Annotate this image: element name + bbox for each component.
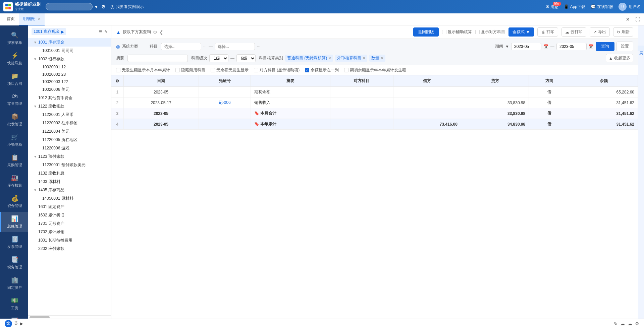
settings-icon[interactable]: ⚙ bbox=[101, 4, 106, 9]
tree-item-10020006[interactable]: 10020006 美元 bbox=[28, 85, 111, 94]
online-service-btn[interactable]: 💬 在线客服 bbox=[591, 4, 613, 10]
refresh-btn[interactable]: ↻ 刷新 bbox=[613, 27, 633, 37]
translate-btn[interactable]: 文 bbox=[5, 320, 12, 327]
sidebar-item-inventory[interactable]: 🏭 库存核算 bbox=[0, 171, 28, 191]
tree-item-11220004[interactable]: 11220004 美元 bbox=[28, 127, 111, 136]
sidebar-item-wholesale[interactable]: 📦 批发管理 bbox=[0, 110, 28, 130]
period-from-input[interactable] bbox=[511, 43, 541, 50]
sidebar-item-assets[interactable]: 🏢 固定资产 bbox=[0, 273, 28, 293]
tree-item-10010001[interactable]: 10010001 同同同 bbox=[28, 47, 111, 55]
collapse-btn[interactable]: ▲ 收起更多 bbox=[606, 54, 633, 62]
lang-label[interactable]: 英 bbox=[14, 321, 18, 326]
account-list-icon[interactable]: ☰ bbox=[99, 29, 102, 34]
cb-no-occur[interactable]: 无发生额显示本月本年累计 bbox=[116, 67, 170, 73]
tree-item-1701[interactable]: 1701 无形资产 bbox=[28, 219, 111, 228]
tree-item-10020001[interactable]: 10020001 12 bbox=[28, 63, 111, 71]
query-btn[interactable]: 查询 bbox=[596, 42, 614, 51]
tree-item-2202[interactable]: 2202 应付账款 bbox=[28, 245, 111, 253]
period-dropdown-icon[interactable]: ▼ bbox=[505, 44, 509, 49]
tree-item-11220002[interactable]: 11220002 往来标签 bbox=[28, 119, 111, 127]
tree-item-1001[interactable]: ▼ 1001 库存现金 bbox=[28, 38, 111, 47]
subject-more-icon[interactable]: ··· bbox=[203, 44, 207, 49]
subject-input[interactable] bbox=[161, 43, 201, 50]
user-menu[interactable]: U 用户名 bbox=[619, 3, 641, 11]
account-scrollbar[interactable] bbox=[28, 315, 111, 319]
cb-show-balance[interactable]: ✓ 余额显示在一列 bbox=[305, 67, 339, 73]
sidebar-item-shortcut[interactable]: ⚡ 快捷导航 bbox=[0, 49, 28, 69]
show-opposite-checkbox[interactable]: 显示对方科目 bbox=[475, 29, 505, 35]
category-tag-foreign-close-icon[interactable]: ✕ bbox=[363, 56, 365, 60]
tree-item-1702[interactable]: 1702 累计摊销 bbox=[28, 228, 111, 236]
cloud-icon-2[interactable]: ☁ bbox=[628, 321, 632, 326]
export-btn[interactable]: ↗ 导出 bbox=[590, 27, 610, 37]
tree-item-1132[interactable]: 1132 应收利息 bbox=[28, 169, 111, 178]
cloud-icon-1[interactable]: ☁ bbox=[620, 321, 625, 326]
cloud-print-btn[interactable]: ☁ 云打印 bbox=[561, 27, 586, 37]
print-btn[interactable]: 🖨 打印 bbox=[537, 27, 558, 37]
category-tag-normal-close-icon[interactable]: ✕ bbox=[328, 56, 331, 60]
search-input[interactable] bbox=[46, 3, 93, 10]
amount-type-btn[interactable]: 金额式 ▼ bbox=[508, 27, 534, 37]
tree-item-14050001[interactable]: 14050001 原材料 bbox=[28, 194, 111, 203]
subject-input-end[interactable] bbox=[215, 43, 255, 50]
period-to-input[interactable] bbox=[556, 43, 587, 50]
cb-show-ytd[interactable]: 期初余额显示年本年累计发生额 bbox=[344, 67, 406, 73]
summary-input[interactable] bbox=[127, 55, 188, 62]
show-aux-checkbox[interactable]: 显示辅助核算 bbox=[442, 29, 472, 35]
sidebar-item-ecommerce[interactable]: 🛒 小畅电商 bbox=[0, 130, 28, 150]
sidebar-item-accounting[interactable]: 📊 总账管理 bbox=[0, 212, 28, 232]
right-expand-btn[interactable]: 展 bbox=[638, 46, 644, 51]
edit-icon[interactable]: ✎ bbox=[613, 321, 618, 326]
voucher-link-2[interactable]: 记-006 bbox=[219, 100, 231, 105]
tree-item-1601[interactable]: 1601 固定资产 bbox=[28, 203, 111, 211]
level-from-select[interactable]: 1级2级3级 bbox=[209, 54, 228, 62]
message-btn[interactable]: ✉ 消息 99+ bbox=[546, 4, 558, 10]
tree-item-10020002[interactable]: 10020002 23 bbox=[28, 71, 111, 78]
tree-item-1122[interactable]: ▼ 1122 应收账款 bbox=[28, 102, 111, 111]
period-calendar-from-icon[interactable]: 📅 bbox=[543, 44, 548, 49]
row-2-voucher[interactable]: 记-006 bbox=[199, 97, 251, 108]
demo-link[interactable]: ◎ 我要看实例演示 bbox=[110, 4, 144, 10]
tab-close-btn[interactable]: ✕ bbox=[625, 16, 631, 23]
app-download-btn[interactable]: 📱 App下载 bbox=[564, 4, 585, 10]
sidebar-item-tax[interactable]: 📑 税务管理 bbox=[0, 253, 28, 273]
settings-small-icon[interactable]: ⚙ bbox=[635, 321, 639, 326]
cb-hide-disabled[interactable]: 隐藏禁用科目 bbox=[175, 67, 205, 73]
tree-item-11220006[interactable]: 11220006 游戏 bbox=[28, 144, 111, 152]
tree-item-1123[interactable]: ▼ 1123 预付账款 bbox=[28, 152, 111, 161]
tab-minimize-btn[interactable]: – bbox=[616, 16, 622, 23]
tree-item-1403[interactable]: 1403 原材料 bbox=[28, 178, 111, 186]
search-dropdown-icon[interactable]: ▼ bbox=[94, 4, 99, 9]
cb-opposite[interactable]: 对方科目 (显示辅助项) bbox=[254, 67, 300, 73]
settings-btn[interactable]: 设置 bbox=[616, 42, 633, 51]
sidebar-item-search[interactable]: 🔍 搜索菜单 bbox=[0, 28, 28, 49]
category-tag-quantity-close-icon[interactable]: ✕ bbox=[381, 56, 383, 60]
tree-item-1602[interactable]: 1602 累计折旧 bbox=[28, 211, 111, 219]
cb-no-balance[interactable]: 无余额无发生显示 bbox=[211, 67, 249, 73]
tree-item-1002[interactable]: ▼ 1002 银行存款 bbox=[28, 55, 111, 63]
sidebar-item-invoice[interactable]: 🧾 发票管理 bbox=[0, 232, 28, 253]
tree-item-1405[interactable]: ▼ 1405 库存商品 bbox=[28, 186, 111, 194]
sidebar-item-retail[interactable]: 🛍 零售管理 bbox=[0, 89, 28, 110]
tab-close-icon[interactable]: ✕ bbox=[38, 17, 41, 21]
tree-item-1012[interactable]: 1012 其他货币资金 bbox=[28, 94, 111, 102]
subject-end-more-icon[interactable]: ··· bbox=[257, 44, 260, 49]
tree-item-11220005[interactable]: 11220005 所在地区 bbox=[28, 136, 111, 144]
sidebar-item-capital[interactable]: 💰 资金管理 bbox=[0, 191, 28, 212]
filter-section-arrow-icon[interactable]: ❮ bbox=[159, 29, 163, 35]
tab-home[interactable]: 首页 bbox=[3, 13, 19, 25]
tree-item-1801[interactable]: 1801 长期待摊费用 bbox=[28, 236, 111, 245]
sidebar-item-project[interactable]: 📁 项目合同 bbox=[0, 69, 28, 89]
filter-section-settings-icon[interactable]: ⚙ bbox=[153, 29, 157, 35]
col-settings[interactable]: ⚙ bbox=[111, 75, 123, 87]
tree-item-10020003[interactable]: 10020003 122 bbox=[28, 78, 111, 85]
account-code-tag[interactable]: 1001 库存现金 ▶ bbox=[32, 28, 66, 35]
tab-ledger[interactable]: 明细账 ✕ bbox=[19, 13, 45, 25]
period-calendar-to-icon[interactable]: 📅 bbox=[589, 44, 594, 49]
sidebar-item-purchase[interactable]: 📋 采购管理 bbox=[0, 150, 28, 171]
sidebar-item-business[interactable]: 📈 经营管理 bbox=[0, 314, 28, 319]
tree-item-11230001[interactable]: 11230001 预付账款美元 bbox=[28, 161, 111, 169]
tree-item-11220001[interactable]: 11220001 人民币 bbox=[28, 111, 111, 119]
tab-expand-btn[interactable]: ⛶ bbox=[634, 16, 641, 23]
account-edit-icon[interactable]: ✎ bbox=[104, 29, 108, 34]
